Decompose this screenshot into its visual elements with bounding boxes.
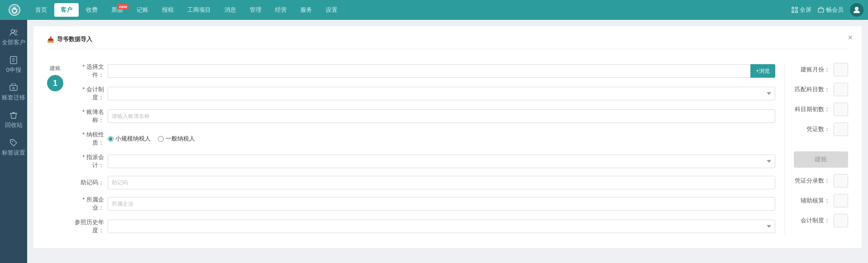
nav-item-manage[interactable]: 管理 bbox=[243, 3, 268, 17]
user-avatar[interactable] bbox=[850, 3, 863, 17]
memo-label: 助记码： bbox=[71, 178, 104, 187]
new-badge: new bbox=[118, 4, 128, 9]
match-subject-label: 匹配科目数： bbox=[794, 85, 830, 94]
sidebar-item-tags-label: 标签设置 bbox=[2, 149, 25, 157]
general-taxpayer-radio[interactable]: 一般纳税人 bbox=[158, 135, 195, 143]
form-fields: * 选择文件： +浏览 * 会计制度： bbox=[71, 63, 775, 235]
build-btn-row: 建账 bbox=[794, 147, 848, 168]
memo-input[interactable] bbox=[108, 176, 775, 189]
ledger-name-label: * 账簿名称： bbox=[71, 108, 104, 124]
vertical-divider bbox=[784, 63, 785, 235]
history-year-row: 参照历史年度： bbox=[71, 218, 775, 235]
accounting-system-select[interactable] bbox=[108, 87, 775, 100]
history-year-select[interactable] bbox=[108, 220, 775, 233]
accountant-row: * 指派会计： bbox=[71, 153, 775, 169]
form-layout: 建账 1 * 选择文件： +浏览 bbox=[47, 63, 848, 235]
close-button[interactable]: × bbox=[848, 33, 853, 42]
member-button[interactable]: 畅会员 bbox=[818, 6, 844, 14]
svg-rect-6 bbox=[818, 9, 824, 12]
browse-button[interactable]: +浏览 bbox=[750, 64, 775, 78]
accounting-system-label: * 会计制度： bbox=[71, 85, 104, 102]
voucher-value bbox=[834, 122, 848, 136]
nav-item-service[interactable]: 服务 bbox=[294, 3, 318, 17]
title-icon: 📥 bbox=[47, 36, 54, 43]
company-row: * 所属企业： bbox=[71, 196, 775, 212]
step-badge: 1 bbox=[47, 75, 63, 91]
sidebar-item-tags[interactable]: 标签设置 bbox=[0, 135, 27, 160]
form-step-wrapper: 建账 1 * 选择文件： +浏览 bbox=[47, 63, 775, 235]
nav-item-message[interactable]: 消息 bbox=[218, 3, 242, 17]
import-dialog: 📥 导爷数据导入 × 建账 1 * 选择文件： bbox=[33, 26, 862, 248]
main-content: 📥 导爷数据导入 × 建账 1 * 选择文件： bbox=[27, 20, 868, 263]
svg-point-1 bbox=[13, 9, 16, 12]
aux-accounting-label: 辅助核算： bbox=[794, 197, 830, 205]
nav-item-settings[interactable]: 设置 bbox=[319, 3, 344, 17]
step-label: 建账 bbox=[50, 65, 61, 72]
logo[interactable] bbox=[5, 0, 24, 20]
sidebar-item-trash-label: 回收站 bbox=[5, 121, 23, 129]
nav-item-bookkeeping[interactable]: 记账 bbox=[130, 3, 155, 17]
file-text-input[interactable] bbox=[108, 64, 750, 78]
month-row: 建账月份： bbox=[794, 63, 848, 76]
file-row: * 选择文件： +浏览 bbox=[71, 63, 775, 79]
voucher-entries-value bbox=[834, 174, 848, 188]
nav-item-tax[interactable]: 报税 bbox=[156, 3, 180, 17]
month-value bbox=[834, 63, 848, 76]
tax-type-label: * 纳税性质： bbox=[71, 131, 104, 147]
right-accounting-system-label: 会计制度： bbox=[794, 216, 830, 225]
month-label: 建账月份： bbox=[794, 66, 830, 74]
main-layout: 全部客户 0申报 账套迁移 回收站 bbox=[0, 20, 868, 263]
dialog-title-text: 导爷数据导入 bbox=[57, 35, 92, 43]
voucher-row: 凭证数： bbox=[794, 122, 848, 136]
nav-item-home[interactable]: 首页 bbox=[29, 3, 53, 17]
right-accounting-system-value bbox=[834, 214, 848, 227]
svg-point-7 bbox=[855, 7, 859, 10]
voucher-entries-row: 凭证分录数： bbox=[794, 174, 848, 188]
tax-type-row: * 纳税性质： 小规模纳税人 一般纳税人 bbox=[71, 131, 775, 147]
svg-point-15 bbox=[13, 87, 14, 89]
aux-accounting-value bbox=[834, 194, 848, 207]
nav-item-invoice[interactable]: 票据 new bbox=[105, 3, 129, 17]
svg-rect-5 bbox=[796, 11, 797, 13]
svg-rect-2 bbox=[792, 7, 794, 9]
svg-point-17 bbox=[12, 141, 13, 142]
sidebar-item-all-clients[interactable]: 全部客户 bbox=[0, 24, 27, 50]
aux-accounting-row: 辅助核算： bbox=[794, 194, 848, 207]
sidebar-item-declaration[interactable]: 0申报 bbox=[0, 52, 27, 78]
nav-items: 首页 客户 收费 票据 new 记账 报税 工商项目 消息 管理 经营 服务 设… bbox=[29, 3, 792, 17]
svg-rect-4 bbox=[792, 11, 794, 13]
nav-item-business[interactable]: 工商项目 bbox=[181, 3, 217, 17]
svg-rect-14 bbox=[10, 85, 17, 90]
accounting-system-row: * 会计制度： bbox=[71, 85, 775, 102]
memo-row: 助记码： bbox=[71, 176, 775, 189]
voucher-label: 凭证数： bbox=[794, 125, 830, 133]
match-subject-row: 匹配科目数： bbox=[794, 83, 848, 96]
tax-type-radio-group: 小规模纳税人 一般纳税人 bbox=[108, 135, 775, 143]
sidebar-item-transfer[interactable]: 账套迁移 bbox=[0, 80, 27, 105]
svg-rect-3 bbox=[796, 7, 797, 9]
accountant-label: * 指派会计： bbox=[71, 153, 104, 169]
right-panel: 建账月份： 匹配科目数： 科目期初数： 凭证数： bbox=[794, 63, 848, 235]
subject-init-label: 科目期初数： bbox=[794, 105, 830, 113]
ledger-name-input[interactable] bbox=[108, 109, 775, 123]
small-taxpayer-radio[interactable]: 小规模纳税人 bbox=[108, 135, 151, 143]
nav-item-fee[interactable]: 收费 bbox=[80, 3, 104, 17]
sidebar: 全部客户 0申报 账套迁移 回收站 bbox=[0, 20, 27, 263]
build-account-button[interactable]: 建账 bbox=[794, 151, 848, 168]
company-label: * 所属企业： bbox=[71, 196, 104, 212]
sidebar-item-declaration-label: 0申报 bbox=[6, 66, 21, 74]
ledger-name-row: * 账簿名称： bbox=[71, 108, 775, 124]
subject-init-value bbox=[834, 103, 848, 116]
svg-point-8 bbox=[11, 30, 14, 33]
fullscreen-button[interactable]: 全屏 bbox=[792, 6, 811, 14]
nav-item-operation[interactable]: 经营 bbox=[269, 3, 293, 17]
accountant-select[interactable] bbox=[108, 155, 775, 168]
file-input-wrap: +浏览 bbox=[108, 64, 775, 78]
sidebar-item-trash[interactable]: 回收站 bbox=[0, 107, 27, 133]
nav-item-client[interactable]: 客户 bbox=[54, 3, 79, 17]
nav-right: 全屏 畅会员 bbox=[792, 3, 863, 17]
top-navigation: 首页 客户 收费 票据 new 记账 报税 工商项目 消息 管理 经营 服务 设… bbox=[0, 0, 868, 20]
history-year-label: 参照历史年度： bbox=[71, 218, 104, 235]
company-input[interactable] bbox=[108, 197, 775, 211]
voucher-entries-label: 凭证分录数： bbox=[794, 177, 830, 185]
